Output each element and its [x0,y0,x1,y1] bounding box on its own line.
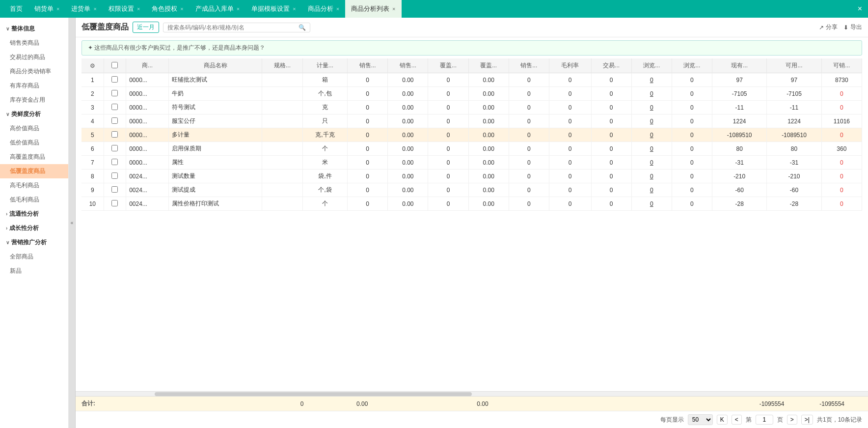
col-stock2[interactable]: 可用... [767,58,821,73]
cell-name[interactable]: 属性 [168,156,262,170]
col-browse2[interactable]: 浏览... [672,58,712,73]
first-page-button[interactable]: K [717,415,728,425]
sidebar-item-new-goods[interactable]: 新品 [0,264,68,278]
col-trade[interactable]: 交易... [591,58,631,73]
row-checkbox[interactable] [111,131,118,138]
close-icon[interactable]: × [293,6,296,12]
sidebar-group-marketing[interactable]: ∨ 营销推广分析 [0,235,68,250]
close-icon[interactable]: × [93,6,96,12]
col-settings[interactable]: ⚙ [81,58,104,73]
cell-browse1[interactable]: 0 [631,114,672,128]
col-sales1[interactable]: 销售... [348,58,388,73]
scrollbar-thumb[interactable] [155,392,472,396]
last-page-button[interactable]: >| [801,415,813,425]
prev-page-button[interactable]: < [732,415,742,425]
cell-checkbox[interactable] [104,142,126,156]
cell-browse1[interactable]: 0 [631,101,672,114]
sidebar-group-freshness[interactable]: ∨ 类鲜度分析 [0,107,68,121]
nav-tab-purchase[interactable]: 进货单 × [65,0,102,18]
sidebar-item-sales-goods[interactable]: 销售类商品 [0,36,68,50]
cell-name[interactable]: 旺辅批次测试 [168,73,262,87]
col-stock3[interactable]: 可销... [821,58,862,73]
cell-checkbox[interactable] [104,170,126,183]
select-all-checkbox[interactable] [111,62,118,68]
nav-tab-analysis-list[interactable]: 商品分析列表 × [345,0,401,18]
page-input[interactable] [756,415,773,425]
col-sales3[interactable]: 销售... [509,58,549,73]
sidebar-item-low-value[interactable]: 低价值商品 [0,136,68,150]
cell-browse1[interactable]: 0 [631,156,672,170]
sidebar-group-overall[interactable]: ∨ 整体信息 [0,22,68,36]
per-page-select[interactable]: 50 100 200 [688,414,713,425]
nav-tab-sales[interactable]: 销货单 × [28,0,65,18]
cell-name[interactable]: 启用保质期 [168,142,262,156]
horizontal-scrollbar[interactable] [76,391,868,396]
col-cover2[interactable]: 覆盖... [468,58,509,73]
close-icon[interactable]: × [392,6,395,12]
close-icon[interactable]: × [137,6,140,12]
col-sales2[interactable]: 销售... [388,58,428,73]
row-checkbox[interactable] [111,90,118,96]
sidebar-collapse-button[interactable]: « [69,18,76,428]
row-checkbox[interactable] [111,117,118,124]
row-checkbox[interactable] [111,186,118,193]
sidebar-item-stock-capital[interactable]: 库存资金占用 [0,93,68,107]
cell-checkbox[interactable] [104,197,126,211]
sidebar-item-high-coverage[interactable]: 高覆盖度商品 [0,150,68,164]
close-icon[interactable]: × [56,6,59,12]
cell-name[interactable]: 属性价格打印测试 [168,197,262,211]
cell-browse1[interactable]: 0 [631,170,672,183]
nav-tab-role[interactable]: 角色授权 × [146,0,189,18]
nav-tab-analysis[interactable]: 商品分析 × [302,0,345,18]
sidebar-item-high-value[interactable]: 高价值商品 [0,121,68,136]
sidebar-item-category-rate[interactable]: 商品分类动销率 [0,64,68,79]
cell-checkbox[interactable] [104,128,126,142]
sidebar-item-all-goods[interactable]: 全部商品 [0,250,68,264]
sidebar-item-low-profit[interactable]: 低毛利商品 [0,193,68,207]
row-checkbox[interactable] [111,159,118,165]
row-checkbox[interactable] [111,172,118,179]
search-icon[interactable]: 🔍 [298,24,306,31]
nav-tab-permissions[interactable]: 权限设置 × [103,0,146,18]
cell-name[interactable]: 测试数量 [168,170,262,183]
cell-checkbox[interactable] [104,101,126,114]
share-button[interactable]: ↗ 分享 [819,23,838,31]
cell-browse1[interactable]: 0 [631,183,672,197]
col-spec[interactable]: 规格... [262,58,302,73]
sidebar-item-stocked-goods[interactable]: 有库存商品 [0,79,68,93]
close-icon[interactable]: × [180,6,183,12]
cell-browse1[interactable]: 0 [631,197,672,211]
cell-checkbox[interactable] [104,156,126,170]
row-checkbox[interactable] [111,200,118,206]
cell-browse1[interactable]: 0 [631,142,672,156]
sidebar-item-low-coverage[interactable]: 低覆盖度商品 [0,164,68,178]
cell-name[interactable]: 牛奶 [168,87,262,101]
col-stock1[interactable]: 现有... [712,58,766,73]
cell-checkbox[interactable] [104,87,126,101]
col-browse1[interactable]: 浏览... [631,58,672,73]
row-checkbox[interactable] [111,104,118,110]
nav-tab-home[interactable]: 首页 [4,0,28,18]
cell-name[interactable]: 测试提成 [168,183,262,197]
settings-icon[interactable]: ⚙ [90,62,95,69]
nav-tab-template[interactable]: 单据模板设置 × [245,0,301,18]
next-page-button[interactable]: > [787,415,797,425]
col-code[interactable]: 商... [126,58,169,73]
export-button[interactable]: ⬇ 导出 [843,23,862,31]
col-gross[interactable]: 毛利率 [549,58,591,73]
cell-name[interactable]: 服宝公仔 [168,114,262,128]
sidebar-item-high-profit[interactable]: 高毛利商品 [0,178,68,193]
col-checkbox[interactable] [104,58,126,73]
sidebar-group-growth[interactable]: › 成长性分析 [0,221,68,235]
sidebar-group-liquidity[interactable]: › 流通性分析 [0,207,68,221]
row-checkbox[interactable] [111,145,118,151]
cell-name[interactable]: 多计量 [168,128,262,142]
cell-browse1[interactable]: 0 [631,87,672,101]
close-icon[interactable]: × [336,6,339,12]
col-cover1[interactable]: 覆盖... [428,58,468,73]
cell-checkbox[interactable] [104,114,126,128]
col-name[interactable]: 商品名称 [168,58,262,73]
sidebar-item-traded-goods[interactable]: 交易过的商品 [0,50,68,64]
cell-browse1[interactable]: 0 [631,73,672,87]
nav-tab-warehouse[interactable]: 产成品入库单 × [190,0,245,18]
